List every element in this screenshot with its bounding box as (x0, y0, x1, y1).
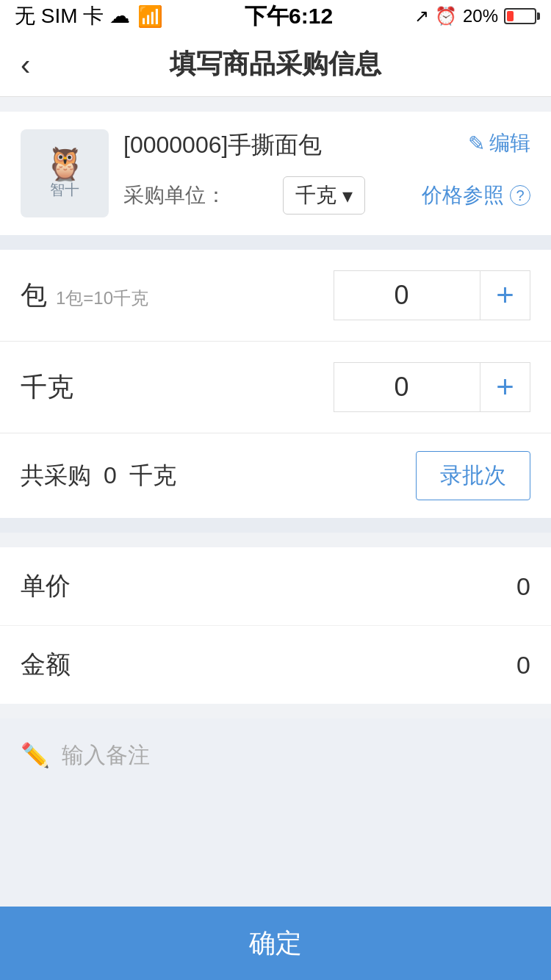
remark-section[interactable]: ✏️ 输入备注 (0, 718, 551, 792)
quantity-section: 包 1包=10千克 + 千克 + (0, 250, 551, 433)
qty-label-group-kg: 千克 (21, 370, 334, 406)
back-button[interactable]: ‹ (21, 50, 30, 79)
price-label: 单价 (21, 569, 71, 603)
price-value: 0 (516, 572, 530, 601)
product-info: [0000006]手撕面包 ✎ 编辑 采购单位： 千克 ▾ 价格参照 ? (123, 129, 530, 215)
product-thumbnail: 🦉 智十 (21, 129, 109, 217)
total-prefix: 共采购 (21, 462, 91, 489)
qty-label-kg: 千克 (21, 370, 73, 406)
edit-button[interactable]: ✎ 编辑 (468, 129, 530, 157)
confirm-button[interactable]: 确定 (249, 926, 302, 962)
unit-row: 采购单位： 千克 ▾ 价格参照 ? (123, 176, 530, 215)
section-divider-2 (0, 518, 551, 533)
total-row: 共采购 0 千克 录批次 (0, 433, 551, 518)
status-time: 下午6:12 (245, 1, 333, 32)
wifi-icon: 📶 (137, 4, 163, 29)
status-bar: 无 SIM 卡 ☁ 📶 下午6:12 ↗ ⏰ 20% (0, 0, 551, 32)
chevron-down-icon: ▾ (342, 184, 353, 208)
qty-plus-bag[interactable]: + (480, 270, 530, 320)
qty-input-bag[interactable] (334, 270, 480, 320)
battery-icon (504, 8, 536, 24)
nav-bar: ‹ 填写商品采购信息 (0, 32, 551, 97)
qty-label-bag: 包 (21, 278, 47, 314)
page-title: 填写商品采购信息 (170, 46, 381, 82)
alarm-icon: ⏰ (435, 6, 457, 26)
amount-value: 0 (516, 651, 530, 680)
status-bar-right: ↗ ⏰ 20% (414, 6, 536, 26)
section-divider-1 (0, 235, 551, 250)
product-name: [0000006]手撕面包 (123, 129, 468, 162)
price-info-section: 单价 0 金额 0 (0, 547, 551, 704)
edit-icon: ✎ (468, 131, 485, 156)
status-bar-left: 无 SIM 卡 ☁ 📶 (15, 2, 163, 30)
unit-value: 千克 (295, 181, 336, 209)
total-amount: 0 (104, 462, 117, 489)
confirm-bar[interactable]: 确定 (0, 907, 551, 980)
quantity-row-kg: 千克 + (0, 342, 551, 433)
price-reference-button[interactable]: 价格参照 ? (422, 181, 530, 209)
product-card: 🦉 智十 [0000006]手撕面包 ✎ 编辑 采购单位： 千克 ▾ 价格参照 … (0, 112, 551, 235)
total-unit: 千克 (129, 462, 176, 489)
unit-label: 采购单位： (123, 181, 226, 209)
battery-percent: 20% (463, 6, 498, 26)
product-name-row: [0000006]手撕面包 ✎ 编辑 (123, 129, 530, 162)
record-batch-button[interactable]: 录批次 (416, 451, 530, 500)
sim-status: 无 SIM 卡 ☁ (15, 2, 130, 30)
pencil-icon: ✏️ (21, 741, 50, 769)
qty-label-group-bag: 包 1包=10千克 (21, 278, 334, 314)
info-icon: ? (510, 185, 530, 206)
location-icon: ↗ (414, 6, 429, 26)
amount-label: 金额 (21, 648, 71, 682)
amount-row: 金额 0 (0, 626, 551, 704)
edit-label: 编辑 (489, 129, 530, 157)
qty-sub-label-bag: 1包=10千克 (56, 287, 148, 310)
qty-input-group-kg: + (334, 362, 530, 412)
qty-plus-kg[interactable]: + (480, 362, 530, 412)
total-text: 共采购 0 千克 (21, 460, 176, 492)
product-owl-icon: 🦉 (45, 148, 85, 180)
qty-input-kg[interactable] (334, 362, 480, 412)
price-ref-label: 价格参照 (422, 181, 504, 209)
price-row: 单价 0 (0, 547, 551, 626)
product-thumb-text: 智十 (50, 180, 79, 200)
quantity-row-bag: 包 1包=10千克 + (0, 250, 551, 342)
qty-input-group-bag: + (334, 270, 530, 320)
remark-placeholder: 输入备注 (62, 741, 150, 771)
unit-select[interactable]: 千克 ▾ (283, 176, 365, 215)
